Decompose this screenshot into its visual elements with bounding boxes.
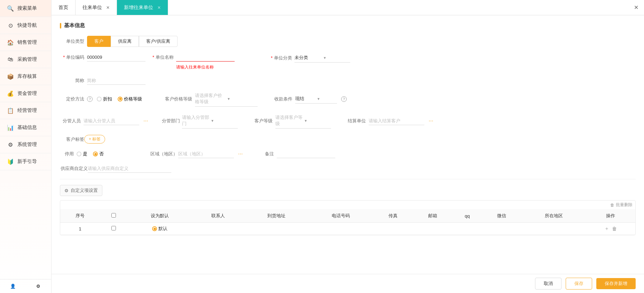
department-field: 分管部门 请输入分管部门 ▼ [162, 113, 238, 129]
cancel-button[interactable]: 取消 [535, 278, 561, 290]
sidebar-item-label: 库存核算 [17, 73, 37, 80]
save-button[interactable]: 保存 [566, 278, 592, 290]
inventory-icon: 📦 [7, 73, 14, 80]
payment-terms-select[interactable]: 现结 ▼ [295, 94, 337, 104]
disabled-no[interactable]: 否 [93, 151, 104, 157]
payment-info-icon[interactable]: ? [341, 96, 347, 102]
tab-home[interactable]: 首页 [52, 0, 76, 15]
unit-code-field: 单位编码 [60, 53, 146, 62]
sidebar-item-inventory[interactable]: 📦 库存核算 [0, 68, 51, 85]
region-label: 区域（地区） [150, 151, 175, 157]
short-name-field: 简称 [60, 76, 146, 85]
pricing-radio-group: 折扣 价格等级 [97, 96, 142, 102]
tab-bar-close-all[interactable]: ✕ [628, 4, 644, 11]
sidebar-item-operation[interactable]: 📋 经营管理 [0, 102, 51, 119]
chevron-down-icon: ▼ [227, 97, 258, 101]
add-tag-button[interactable]: + 标签 [84, 135, 105, 144]
disabled-yes[interactable]: 是 [77, 151, 87, 157]
cell-qq [453, 223, 482, 235]
sidebar-item-basic[interactable]: 📊 基础信息 [0, 119, 51, 136]
supplier-custom-input[interactable] [88, 164, 171, 173]
form-footer: 取消 保存 保存并新增 [52, 274, 644, 293]
unit-name-label: 单位名称 [152, 54, 173, 60]
search-icon: 🔍 [7, 5, 14, 12]
pricelevel-radio-circle [118, 97, 123, 101]
sidebar-item-purchase[interactable]: 🛍 采购管理 [0, 51, 51, 68]
table-header-row: 序号 设为默认 联系人 到货地址 电话号码 传真 邮箱 qq 微信 所在地区 [60, 209, 635, 223]
delete-icon: 🗑 [610, 203, 614, 207]
unit-category-value: 未分类 [294, 55, 322, 61]
unit-name-input[interactable] [176, 53, 235, 62]
unit-code-input[interactable] [87, 53, 146, 62]
cell-contact [192, 223, 244, 235]
customer-price-level-placeholder: 请选择客户价格等级 [195, 92, 226, 105]
sidebar-bottom-right[interactable]: ⚙ [26, 279, 52, 293]
region-field: 区域（地区） ··· [150, 150, 243, 158]
tab-home-label: 首页 [58, 5, 68, 11]
region-more-btn[interactable]: ··· [238, 151, 243, 157]
operation-icon: 📋 [7, 107, 14, 114]
sidebar-bottom-left[interactable]: 👤 [0, 279, 26, 293]
department-select[interactable]: 请输入分管部门 ▼ [182, 113, 238, 129]
department-placeholder: 请输入分管部门 [182, 114, 209, 127]
sidebar-item-search[interactable]: 🔍 搜索菜单 [0, 0, 51, 17]
section-icon-bar [60, 23, 61, 29]
sidebar-item-sales[interactable]: 🏠 销售管理 [0, 34, 51, 51]
remark-input[interactable] [277, 150, 335, 158]
batch-delete-button[interactable]: 🗑 批量删除 [610, 202, 633, 208]
pricing-radio-discount[interactable]: 折扣 [97, 96, 112, 102]
tab-new-partner[interactable]: 新增往来单位 ✕ [117, 0, 168, 15]
disabled-radio-group: 是 否 [77, 151, 104, 157]
settlement-more-btn[interactable]: ··· [429, 118, 433, 124]
unit-type-label: 单位类型 [60, 38, 84, 44]
tab-partners-close[interactable]: ✕ [106, 5, 110, 10]
th-fax: 传真 [373, 209, 413, 223]
unit-category-select[interactable]: 未分类 ▼ [294, 53, 350, 63]
add-row-btn[interactable]: ＋ [604, 226, 609, 232]
default-radio[interactable] [152, 226, 157, 231]
tab-new-partner-label: 新增往来单位 [124, 5, 153, 11]
sidebar-item-newguide[interactable]: 🔰 新手引导 [0, 153, 51, 170]
manager-input[interactable] [84, 117, 139, 125]
select-all-checkbox[interactable] [111, 213, 116, 218]
unit-category-field: 单位分类 未分类 ▼ [271, 53, 350, 63]
customer-level-placeholder: 请选择客户等级 [275, 114, 303, 127]
settings-icon: ⚙ [36, 284, 40, 289]
sidebar-item-quicknav[interactable]: ⊙ 快捷导航 [0, 17, 51, 34]
customer-tag-label: 客户标签 [60, 136, 84, 143]
tab-new-partner-close[interactable]: ✕ [157, 5, 161, 10]
pricing-radio-pricelevel[interactable]: 价格等级 [118, 96, 142, 102]
tab-partners[interactable]: 往来单位 ✕ [76, 0, 117, 15]
customer-level-select[interactable]: 请选择客户等级 ▼ [275, 113, 331, 129]
customer-price-level-select[interactable]: 请选择客户价格等级 ▼ [195, 91, 258, 107]
sidebar-item-finance[interactable]: 💰 资金管理 [0, 85, 51, 102]
region-input[interactable] [178, 150, 234, 158]
purchase-icon: 🛍 [7, 56, 14, 63]
settlement-unit-input[interactable] [369, 117, 424, 125]
contacts-table: 序号 设为默认 联系人 到货地址 电话号码 传真 邮箱 qq 微信 所在地区 [60, 209, 635, 235]
short-name-label: 简称 [60, 78, 84, 84]
pricing-info-icon[interactable]: ? [87, 96, 93, 102]
type-btn-supplier[interactable]: 供应离 [111, 36, 139, 47]
sidebar-item-system[interactable]: ⚙ 系统管理 [0, 136, 51, 153]
quicknav-icon: ⊙ [7, 22, 14, 29]
type-btn-both[interactable]: 客户/供应离 [139, 36, 178, 47]
section-title: 基本信息 [64, 22, 85, 29]
sidebar-item-label: 经营管理 [17, 107, 37, 114]
th-address: 到货地址 [244, 209, 308, 223]
cell-action: ＋ 🗑 [586, 223, 635, 235]
chevron-down-icon: ▼ [323, 56, 350, 60]
custom-settings-button[interactable]: ⚙ 自定义项设置 [60, 185, 102, 196]
short-name-input[interactable] [87, 76, 146, 85]
delete-row-btn[interactable]: 🗑 [612, 226, 617, 231]
supplier-custom-label: 供应商自定义 [60, 165, 88, 172]
table-header-bar: 🗑 批量删除 [60, 201, 635, 209]
type-btn-customer[interactable]: 客户 [87, 36, 111, 47]
th-phone: 电话号码 [309, 209, 373, 223]
save-new-button[interactable]: 保存并新增 [596, 278, 636, 289]
sales-icon: 🏠 [7, 39, 14, 46]
tab-bar: 首页 往来单位 ✕ 新增往来单位 ✕ ✕ [52, 0, 644, 15]
unit-name-error: 请输入往来单位名称 [176, 65, 214, 70]
row-checkbox[interactable] [111, 226, 116, 230]
manager-more-btn[interactable]: ··· [143, 118, 148, 124]
